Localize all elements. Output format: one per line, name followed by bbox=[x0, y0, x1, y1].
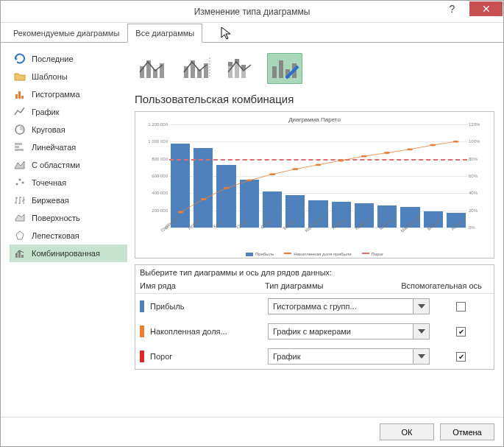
svg-point-9 bbox=[19, 179, 21, 181]
help-button[interactable]: ? bbox=[436, 1, 469, 16]
svg-point-8 bbox=[16, 183, 18, 186]
svg-rect-4 bbox=[15, 143, 22, 145]
radar-chart-icon bbox=[14, 230, 26, 242]
combo-subtype-custom[interactable] bbox=[267, 53, 302, 84]
svg-marker-7 bbox=[15, 161, 24, 169]
tab-strip: Рекомендуемые диаграммы Все диаграммы bbox=[1, 23, 503, 43]
combo-subtype-3[interactable] bbox=[223, 53, 258, 84]
svg-rect-2 bbox=[21, 96, 24, 99]
series-row: Накопленная доля...График с маркерами✔ bbox=[135, 319, 494, 344]
svg-rect-0 bbox=[15, 94, 18, 99]
surface-chart-icon bbox=[14, 212, 26, 224]
close-button[interactable]: ✕ bbox=[469, 1, 503, 16]
cancel-button[interactable]: Отмена bbox=[440, 423, 494, 440]
svg-point-45 bbox=[384, 152, 390, 154]
svg-marker-51 bbox=[418, 354, 425, 359]
sidebar-item-area[interactable]: С областями bbox=[10, 156, 127, 174]
svg-point-47 bbox=[430, 144, 436, 147]
svg-rect-32 bbox=[279, 60, 283, 78]
sidebar-item-label: Точечная bbox=[32, 178, 66, 187]
svg-marker-11 bbox=[15, 214, 24, 221]
sidebar-item-label: График bbox=[32, 108, 60, 116]
combo-subtype-1[interactable] bbox=[135, 53, 170, 84]
grid-header: Имя ряда Тип диаграммы Вспомогательная о… bbox=[135, 278, 494, 294]
svg-point-43 bbox=[338, 160, 344, 162]
secondary-axis-checkbox[interactable] bbox=[456, 302, 466, 312]
svg-point-10 bbox=[22, 182, 24, 184]
sidebar-item-recent[interactable]: Последние bbox=[10, 50, 127, 68]
sidebar-item-surface[interactable]: Поверхность bbox=[10, 209, 127, 227]
sidebar-item-label: Комбинированная bbox=[32, 249, 100, 258]
sidebar-item-label: Последние bbox=[32, 54, 74, 63]
sidebar-item-label: Круговая bbox=[32, 125, 65, 134]
chart-preview: Диаграмма Парето 00%200 00020%400 00040%… bbox=[135, 111, 494, 258]
dialog-footer: ОК Отмена bbox=[1, 417, 503, 446]
folder-icon bbox=[14, 71, 26, 82]
svg-rect-27 bbox=[235, 63, 239, 78]
legend-item: Прибыль bbox=[246, 252, 274, 256]
dropdown-button[interactable] bbox=[414, 298, 430, 314]
section-title: Пользовательская комбинация bbox=[135, 93, 494, 105]
sidebar-item-column[interactable]: Гистограмма bbox=[10, 85, 127, 103]
svg-point-37 bbox=[201, 198, 207, 200]
chevron-down-icon bbox=[418, 329, 425, 334]
svg-marker-50 bbox=[418, 329, 425, 334]
sidebar-item-pie[interactable]: Круговая bbox=[10, 121, 127, 138]
svg-rect-14 bbox=[18, 251, 21, 258]
sidebar-item-label: С областями bbox=[32, 161, 80, 169]
sidebar-item-label: Линейчатая bbox=[32, 143, 76, 152]
secondary-axis-checkbox[interactable]: ✔ bbox=[456, 352, 466, 362]
sidebar-item-templates[interactable]: Шаблоны bbox=[10, 68, 127, 85]
chevron-down-icon bbox=[418, 304, 425, 309]
change-chart-type-dialog: Изменение типа диаграммы ? ✕ Рекомендуем… bbox=[0, 0, 504, 447]
stock-chart-icon bbox=[14, 194, 26, 206]
header-axis: Вспомогательная ось bbox=[394, 281, 489, 290]
svg-rect-15 bbox=[21, 255, 24, 258]
series-type-dropdown[interactable]: Гистограмма с групп... bbox=[268, 298, 414, 314]
svg-rect-31 bbox=[272, 66, 277, 78]
chart-plot-area: 00%200 00020%400 00040%600 00060%800 000… bbox=[169, 124, 467, 228]
series-type-dropdown[interactable]: График с маркерами bbox=[268, 323, 414, 339]
ok-button[interactable]: ОК bbox=[380, 423, 434, 440]
series-name: Накопленная доля... bbox=[150, 327, 227, 336]
sidebar-item-combo[interactable]: Комбинированная bbox=[10, 244, 127, 262]
svg-rect-1 bbox=[18, 91, 21, 99]
sidebar-item-label: Шаблоны bbox=[32, 72, 68, 81]
sidebar-item-bar[interactable]: Линейчатая bbox=[10, 138, 127, 156]
titlebar: Изменение типа диаграммы ? ✕ bbox=[1, 1, 503, 23]
svg-point-48 bbox=[452, 141, 458, 143]
window-title: Изменение типа диаграммы bbox=[1, 7, 503, 17]
scatter-chart-icon bbox=[14, 177, 26, 189]
dropdown-button[interactable] bbox=[414, 323, 430, 339]
sidebar-item-stock[interactable]: Биржевая bbox=[10, 191, 127, 209]
mouse-cursor-icon bbox=[221, 27, 233, 44]
series-row: ПорогГрафик✔ bbox=[135, 344, 494, 369]
chart-type-sidebar: Последние Шаблоны Гистограмма График Кру… bbox=[10, 50, 127, 411]
area-chart-icon bbox=[14, 159, 26, 171]
series-type-dropdown[interactable]: График bbox=[268, 348, 414, 365]
dropdown-button[interactable] bbox=[414, 348, 430, 365]
svg-point-38 bbox=[224, 187, 230, 189]
combo-subtype-row bbox=[135, 50, 494, 91]
secondary-axis-checkbox[interactable]: ✔ bbox=[456, 327, 466, 337]
sidebar-item-line[interactable]: График bbox=[10, 103, 127, 121]
line-chart-icon bbox=[14, 106, 26, 118]
combo-chart-icon bbox=[14, 247, 26, 259]
svg-rect-6 bbox=[15, 149, 24, 151]
tab-all[interactable]: Все диаграммы bbox=[127, 24, 202, 43]
tab-recommended[interactable]: Рекомендуемые диаграммы bbox=[5, 24, 127, 43]
chart-legend: Прибыль Накопленная доля прибыли Порог bbox=[135, 252, 494, 256]
sidebar-item-radar[interactable]: Лепестковая bbox=[10, 227, 127, 244]
svg-marker-12 bbox=[16, 231, 24, 239]
svg-rect-5 bbox=[15, 146, 19, 148]
column-chart-icon bbox=[14, 88, 26, 100]
sidebar-item-label: Гистограмма bbox=[32, 90, 80, 99]
svg-point-44 bbox=[361, 155, 367, 158]
legend-item: Накопленная доля прибыли bbox=[284, 252, 351, 256]
series-name: Порог bbox=[150, 352, 172, 361]
sidebar-item-label: Поверхность bbox=[32, 214, 80, 222]
series-color-chip bbox=[140, 325, 144, 337]
sidebar-item-scatter[interactable]: Точечная bbox=[10, 174, 127, 191]
combo-subtype-2[interactable] bbox=[179, 53, 214, 84]
svg-point-39 bbox=[246, 179, 252, 181]
